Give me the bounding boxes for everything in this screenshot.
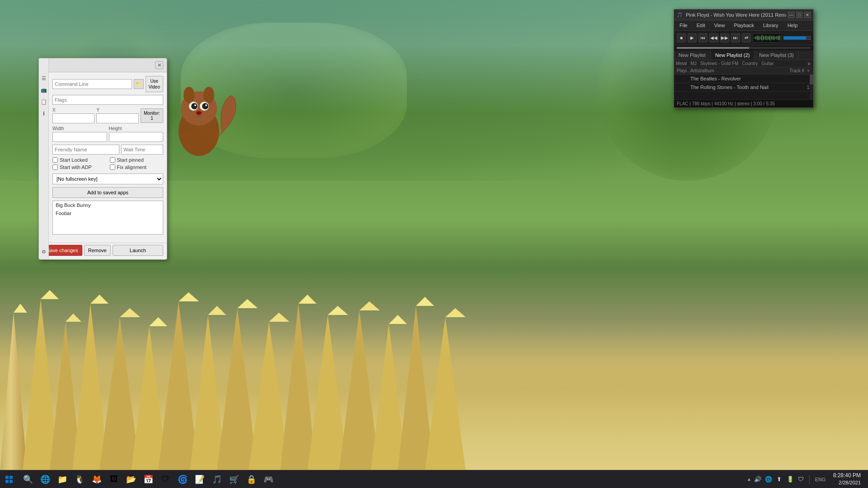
x-field: X [52,108,94,123]
app-manager-titlebar: ≡ ✕ [39,58,167,72]
use-video-button[interactable]: Use Video [146,76,163,92]
flags-row [52,95,163,105]
remove-button[interactable]: Remove [84,245,111,256]
taskbar-media-player[interactable]: 🎵 [209,471,225,488]
sidebar-video-icon[interactable]: 📺 [40,86,48,94]
next-album-button[interactable]: ⏭ [731,33,740,42]
taskbar-firefox[interactable]: 🦊 [89,471,105,488]
play-button[interactable]: ▶ [688,33,697,42]
playlist-tab-2[interactable]: New Playlist (2) [711,51,755,60]
library-menu[interactable]: Library [761,22,780,29]
height-input[interactable] [109,132,164,142]
launch-button[interactable]: Launch [113,245,163,256]
start-with-adp-checkbox[interactable] [52,164,58,170]
taskbar-files[interactable]: 📂 [123,471,139,488]
sub-tab-skylines[interactable]: Skylines - Gold FM [700,61,738,66]
taskbar-vpn[interactable]: 🔒 [243,471,259,488]
friendly-name-input[interactable] [52,145,119,155]
taskbar-security[interactable]: 🛡 [157,471,174,488]
tray-icon-1[interactable]: 🔊 [753,470,762,488]
sidebar: ☰ 📺 📋 ℹ ⚙ [39,58,49,259]
tray-icon-3[interactable]: ⬆ [775,470,784,488]
start-locked-checkbox-label[interactable]: Start Locked [52,157,106,163]
command-line-input[interactable] [52,79,132,89]
taskbar-search[interactable]: 🔍 [20,471,36,488]
height-label: Height [109,126,164,131]
taskbar-photos[interactable]: 🖼 [106,471,122,488]
tray-icon-4[interactable]: 🔋 [786,470,795,488]
close-button[interactable]: ✕ [804,12,811,18]
view-menu[interactable]: View [712,22,727,29]
media-status-bar: FLAC | 786 kbps | 44100 Hz | stereo | 3:… [674,99,813,108]
playback-menu[interactable]: Playback [732,22,756,29]
tray-icon-5[interactable]: 🛡 [797,470,806,488]
playlist-scroll[interactable]: The Beatles - Revolver The Rolling Stone… [674,75,813,99]
maximize-button[interactable]: □ [796,12,802,18]
prev-button[interactable]: ◀◀ [709,33,718,42]
start-with-adp-checkbox-label[interactable]: Start with ADP [52,164,106,170]
svg-marker-22 [307,315,348,471]
x-input[interactable] [52,113,94,123]
prev-album-button[interactable]: ⏮ [698,33,708,42]
taskbar-calendar[interactable]: 📅 [140,471,156,488]
start-button[interactable] [0,470,18,488]
start-pinned-checkbox-label[interactable]: Start pinned [110,157,164,163]
edit-menu[interactable]: Edit [695,22,707,29]
browse-button[interactable]: 📁 [134,79,144,89]
shuffle-button[interactable]: ⇄ [742,33,751,42]
playlist-item-0[interactable]: The Beatles - Revolver [674,75,813,83]
playlist-tab-1[interactable]: New Playlist [674,51,711,60]
sub-tab-metal[interactable]: Metal [676,61,687,66]
minimize-button[interactable]: — [788,12,794,18]
taskbar-notepad[interactable]: 📝 [192,471,208,488]
taskbar-edge[interactable]: 🌐 [37,471,53,488]
add-to-saved-button[interactable]: Add to saved apps [52,187,163,198]
squirrel-illustration [158,72,240,163]
svg-marker-12 [158,301,199,471]
sub-tab-mj[interactable]: MJ [690,61,696,66]
wait-time-input[interactable] [121,145,163,155]
help-menu[interactable]: Help [786,22,800,29]
clock-display[interactable]: 8:28:40 PM 2/28/2021 [830,472,864,486]
wave-bar [758,35,758,41]
sub-tab-country[interactable]: Country [742,61,758,66]
taskbar-browser2[interactable]: 🌀 [175,471,191,488]
taskbar-file-explorer[interactable]: 📁 [54,471,71,488]
sidebar-menu-icon[interactable]: ☰ [40,74,48,82]
start-locked-checkbox[interactable] [52,157,58,163]
stop-button[interactable]: ■ [677,33,686,42]
taskbar-terminal[interactable]: 🐧 [71,471,88,488]
start-pinned-checkbox[interactable] [110,157,115,163]
progress-bar[interactable] [677,47,811,49]
playlist-item-1[interactable]: The Rolling Stones - Tooth and Nail 1/ [674,83,813,92]
sidebar-info-icon[interactable]: ℹ [40,109,48,117]
scroll-right-icon[interactable]: ▶ [808,61,811,66]
playlist-scrollbar[interactable] [810,75,813,99]
flags-input[interactable] [52,95,163,105]
y-input[interactable] [96,113,138,123]
sub-tab-guitar[interactable]: Guitar [761,61,774,66]
sidebar-settings-icon[interactable]: ⚙ [40,248,48,256]
progress-row[interactable] [674,45,813,51]
taskbar-pinned-apps: 🔍 🌐 📁 🐧 🦊 🖼 📂 📅 🛡 🌀 📝 🎵 🛒 🔒 🎮 [18,470,278,488]
volume-slider[interactable] [783,36,811,40]
saved-app-big-buck-bunny[interactable]: Big Buck Bunny [53,201,163,209]
width-input[interactable] [52,132,107,142]
fix-alignment-checkbox-label[interactable]: Fix alignment [110,164,164,170]
show-hidden-tray-button[interactable]: ▲ [747,477,751,482]
fix-alignment-checkbox[interactable] [110,164,115,170]
language-indicator[interactable]: ENG [813,477,828,482]
taskbar-steam[interactable]: 🎮 [260,471,277,488]
tray-icon-2[interactable]: 🌐 [764,470,773,488]
media-titlebar: 🎵 Pink Floyd - Wish You Were Here (2011 … [674,9,813,20]
next-button[interactable]: ▶▶ [720,33,729,42]
sidebar-list-icon[interactable]: 📋 [40,98,48,106]
saved-app-foobar[interactable]: Foobar [53,209,163,217]
file-menu[interactable]: File [678,22,689,29]
fullscreen-key-select[interactable]: [No fullscreen key] F1F2F3 F4F5F11 [52,174,163,184]
playlist-tab-3[interactable]: New Playlist (3) [755,51,798,60]
saved-apps-list[interactable]: Big Buck Bunny Foobar [52,201,163,235]
svg-point-34 [184,87,194,103]
close-button[interactable]: ✕ [155,61,163,69]
taskbar-store[interactable]: 🛒 [226,471,242,488]
